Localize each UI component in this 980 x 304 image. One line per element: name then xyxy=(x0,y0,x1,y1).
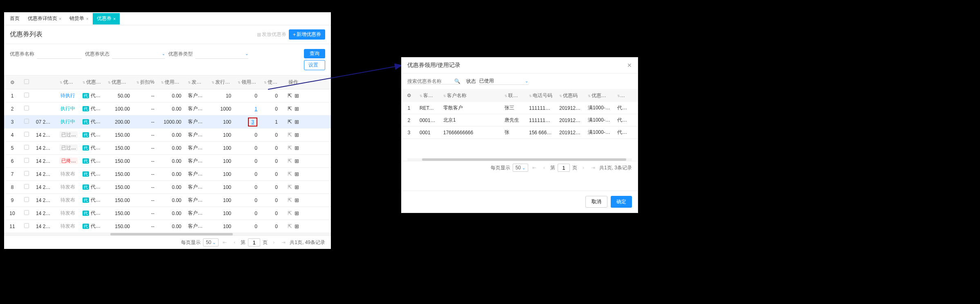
qrcode-icon[interactable]: ⊞ xyxy=(295,171,299,177)
modal-status-select[interactable]: 已使用 ⌄ xyxy=(479,78,528,85)
table-row[interactable]: 814 23:59待发布代代金券150.00--0.00客户领取10000⇱⊞ xyxy=(4,181,331,194)
page-input[interactable] xyxy=(248,238,260,246)
table-row[interactable]: 1014 23:59待发布代代金券150.00--0.00客户领取10000⇱⊞ xyxy=(4,207,331,220)
modal-contact-column[interactable]: ⇅联系人 xyxy=(501,92,526,99)
search-icon[interactable]: 🔍 xyxy=(454,78,460,84)
first-page-icon[interactable]: ⇤ xyxy=(221,239,228,246)
row-checkbox[interactable] xyxy=(20,119,33,125)
modal-table-row[interactable]: 1RETAIL...零散客户张三1111111111120191207O...满… xyxy=(402,102,638,114)
qrcode-icon[interactable]: ⊞ xyxy=(295,119,299,125)
use-column[interactable]: ⇅使用数量 xyxy=(261,79,281,86)
face-column[interactable]: ⇅优惠券面值 xyxy=(105,79,133,86)
modal-prev-page-icon[interactable]: ‹ xyxy=(540,164,548,171)
filter-type-select[interactable]: ⌄ xyxy=(195,49,248,59)
last-page-icon[interactable]: ⇥ xyxy=(280,239,287,246)
row-checkbox[interactable] xyxy=(20,145,33,151)
table-row[interactable]: 2执行中代代金券100.00--0.00客户领取100010⇱⊞ xyxy=(4,102,331,115)
share-icon[interactable]: ⇱ xyxy=(288,106,292,112)
qrcode-icon[interactable]: ⊞ xyxy=(295,145,299,151)
table-row[interactable]: 414 23:59已过期代代金券150.00--0.00客户领取10000⇱⊞ xyxy=(4,129,331,142)
modal-phone-column[interactable]: ⇅电话号码 xyxy=(526,92,556,99)
tab-销货单[interactable]: 销货单× xyxy=(65,13,92,24)
modal-table-row[interactable]: 200010001北京1唐先生1111111111120191207O...满1… xyxy=(402,114,638,126)
row-checkbox[interactable] xyxy=(20,106,33,112)
row-checkbox[interactable] xyxy=(20,132,33,138)
table-row[interactable]: 914 23:59待发布代代金券150.00--0.00客户领取10000⇱⊞ xyxy=(4,194,331,207)
row-checkbox[interactable] xyxy=(20,210,33,216)
filter-name-input[interactable] xyxy=(37,49,82,59)
share-icon[interactable]: ⇱ xyxy=(288,93,292,99)
modal-name-column[interactable]: ⇅客户名称 xyxy=(440,92,501,99)
row-checkbox[interactable] xyxy=(20,93,33,99)
modal-type-column[interactable]: ⇅优惠券类 xyxy=(614,92,634,99)
row-checkbox[interactable] xyxy=(20,223,33,229)
row-claim[interactable]: 0 xyxy=(234,93,261,99)
gear-column[interactable]: ⚙ xyxy=(4,80,20,85)
modal-next-page-icon[interactable]: › xyxy=(580,164,587,171)
modal-cust-column[interactable]: ⇅客户... xyxy=(416,92,440,99)
row-claim[interactable]: 0 xyxy=(234,145,261,151)
close-icon[interactable]: × xyxy=(59,16,61,21)
row-checkbox[interactable] xyxy=(20,184,33,190)
close-icon[interactable]: × xyxy=(86,16,88,21)
checkbox-column[interactable] xyxy=(20,79,33,85)
qrcode-icon[interactable]: ⊞ xyxy=(295,197,299,203)
row-claim[interactable]: 1 xyxy=(234,106,261,112)
filter-status-select[interactable]: ⌄ xyxy=(112,49,165,59)
per-page-select[interactable]: 50⌄ xyxy=(203,238,219,246)
row-claim[interactable]: 0 xyxy=(234,132,261,138)
modal-page-input[interactable] xyxy=(558,164,570,172)
table-row[interactable]: 614 23:59已终止代代金券150.00--0.00客户领取10000⇱⊞ xyxy=(4,155,331,168)
method-column[interactable]: ⇅发放方式 xyxy=(185,79,208,86)
row-checkbox[interactable] xyxy=(20,158,33,164)
row-checkbox[interactable] xyxy=(20,171,33,177)
tab-首页[interactable]: 首页 xyxy=(6,13,24,24)
share-icon[interactable]: ⇱ xyxy=(288,119,292,125)
modal-last-page-icon[interactable]: ⇥ xyxy=(589,164,597,171)
qrcode-icon[interactable]: ⊞ xyxy=(295,210,299,216)
row-claim[interactable]: 0 xyxy=(234,211,261,216)
table-row[interactable]: 1待执行代代金券50.00--0.00客户领取1000⇱⊞ xyxy=(4,89,331,102)
horizontal-scrollbar[interactable] xyxy=(4,233,331,235)
tab-优惠券详情页[interactable]: 优惠券详情页× xyxy=(24,13,65,24)
table-row[interactable]: 714 23:59待发布代代金券150.00--0.00客户领取10000⇱⊞ xyxy=(4,168,331,181)
modal-table-row[interactable]: 3000117666666666张156 6666 ...20191207O..… xyxy=(402,126,638,139)
qrcode-icon[interactable]: ⊞ xyxy=(295,223,299,229)
settings-button[interactable]: 设置 xyxy=(304,60,325,70)
qrcode-icon[interactable]: ⊞ xyxy=(295,184,299,190)
claim-column[interactable]: ⇅领用数量 xyxy=(234,79,261,86)
add-coupon-button[interactable]: + 新增优惠券 xyxy=(289,29,325,40)
discount-column[interactable]: ⇅折扣% xyxy=(133,79,158,86)
close-icon[interactable]: ✕ xyxy=(627,62,632,69)
next-page-icon[interactable]: › xyxy=(270,239,277,246)
modal-first-page-icon[interactable]: ⇤ xyxy=(531,164,538,171)
threshold-column[interactable]: ⇅使用门槛... xyxy=(158,79,185,86)
qrcode-icon[interactable]: ⊞ xyxy=(295,106,299,112)
row-claim[interactable]: 3 xyxy=(234,118,261,126)
prev-page-icon[interactable]: ‹ xyxy=(231,239,238,246)
row-checkbox[interactable] xyxy=(20,197,33,203)
modal-code-column[interactable]: ⇅优惠码 xyxy=(556,92,585,99)
row-claim[interactable]: 0 xyxy=(234,197,261,203)
table-row[interactable]: 1114 23:59待发布代代金券150.00--0.00客户领取10000⇱⊞ xyxy=(4,220,331,233)
table-row[interactable]: 514 23:59已过期代代金券150.00--0.00客户领取10000⇱⊞ xyxy=(4,142,331,155)
qrcode-icon[interactable]: ⊞ xyxy=(295,158,299,164)
modal-search-input[interactable] xyxy=(407,78,454,84)
modal-per-page-select[interactable]: 50⌄ xyxy=(513,164,528,172)
status-column[interactable]: ⇅优惠券状态 xyxy=(56,79,79,86)
table-row[interactable]: 307 23:59执行中代代金券200.00--1000.00客户领取10031… xyxy=(4,115,331,129)
modal-horizontal-scrollbar[interactable] xyxy=(407,158,632,161)
issue-column[interactable]: ⇅发行数量 xyxy=(208,79,234,86)
row-claim[interactable]: 0 xyxy=(234,224,261,229)
qrcode-icon[interactable]: ⊞ xyxy=(295,93,299,99)
cancel-button[interactable]: 取消 xyxy=(585,196,607,208)
modal-topic-column[interactable]: ⇅优惠主题 xyxy=(585,92,614,99)
tab-优惠券[interactable]: 优惠券× xyxy=(93,13,120,24)
query-button[interactable]: 查询 xyxy=(304,49,325,58)
modal-gear-column[interactable]: ⚙ xyxy=(402,93,416,98)
type-column[interactable]: ⇅优惠券类型 xyxy=(79,79,105,86)
row-claim[interactable]: 0 xyxy=(234,184,261,190)
confirm-button[interactable]: 确定 xyxy=(611,196,632,208)
qrcode-icon[interactable]: ⊞ xyxy=(295,132,299,138)
close-icon[interactable]: × xyxy=(113,16,116,21)
